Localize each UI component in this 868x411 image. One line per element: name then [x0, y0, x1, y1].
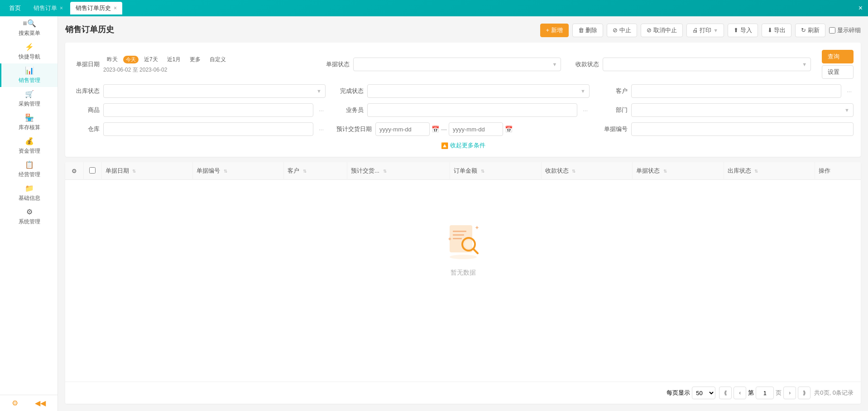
display-cols-checkbox[interactable] — [829, 27, 835, 34]
th-customer-label: 客户 — [288, 167, 299, 174]
delete-button[interactable]: 🗑 删除 — [572, 24, 604, 37]
page-prev-button[interactable]: ‹ — [734, 387, 746, 399]
sidebar-item-inventory-calc[interactable]: 🏪 库存核算 — [0, 111, 58, 134]
expected-date-from-cal-icon[interactable]: 📅 — [432, 126, 439, 133]
doc-status-select[interactable]: ▼ — [353, 58, 561, 71]
page-last-button[interactable]: ⟫ — [798, 387, 810, 399]
expected-date-to[interactable] — [449, 122, 503, 136]
tab-sales-order-history[interactable]: 销售订单历史 × — [70, 2, 122, 15]
date-tab-last7[interactable]: 近7天 — [140, 55, 162, 64]
collapse-row[interactable]: 🔼 收起更多条件 — [72, 141, 854, 150]
sidebar-settings-icon[interactable]: ⚙ — [12, 399, 18, 407]
sidebar-item-search-menu[interactable]: ≡🔍 搜索菜单 — [0, 16, 58, 40]
doc-status-label: 单据状态 — [322, 60, 350, 68]
export-button[interactable]: ⬇ 导出 — [762, 24, 792, 37]
page-next-button[interactable]: › — [783, 387, 796, 399]
out-status-select[interactable]: ▼ — [103, 84, 326, 98]
tab-sales-order-history-label: 销售订单历史 — [76, 4, 111, 12]
svg-line-7 — [473, 249, 478, 253]
sidebar-basic-info-label: 基础信息 — [19, 194, 40, 202]
salesperson-more-icon[interactable]: ··· — [581, 107, 590, 114]
date-tab-yesterday[interactable]: 昨天 — [103, 55, 121, 64]
th-customer-sort-icon: ⇅ — [303, 169, 307, 174]
th-settings[interactable]: ⚙ — [65, 162, 83, 180]
expected-date-to-cal-icon[interactable]: 📅 — [505, 126, 513, 133]
cancel-stop-button[interactable]: ⊘ 取消中止 — [641, 24, 683, 37]
payment-status-select[interactable]: ▼ — [603, 58, 811, 71]
tab-home[interactable]: 首页 — [4, 2, 26, 15]
page-size-label: 每页显示 — [667, 389, 690, 397]
tab-sales-order-close[interactable]: × — [60, 5, 63, 11]
sidebar: ≡🔍 搜索菜单 ⚡ 快捷导航 📊 销售管理 🛒 采购管理 🏪 库存核算 💰 资金… — [0, 16, 58, 411]
customer-label: 客户 — [600, 87, 628, 95]
page-input[interactable] — [756, 387, 774, 399]
date-tab-more[interactable]: 更多 — [186, 55, 204, 64]
import-button[interactable]: ⬆ 导入 — [728, 24, 758, 37]
sidebar-item-purchase-mgmt[interactable]: 🛒 采购管理 — [0, 87, 58, 111]
stop-button[interactable]: ⊘ 中止 — [607, 24, 637, 37]
date-separator: — — [441, 126, 447, 133]
settings-button[interactable]: 设置 — [822, 65, 854, 79]
th-doc-date[interactable]: 单据日期 ⇅ — [101, 162, 192, 180]
sidebar-inventory-calc-label: 库存核算 — [19, 124, 40, 131]
th-doc-status[interactable]: 单据状态 ⇅ — [633, 162, 724, 180]
sidebar-item-operations-mgmt[interactable]: 📋 经营管理 — [0, 158, 58, 181]
warehouse-more-icon[interactable]: ··· — [317, 126, 326, 133]
page-size-select: 每页显示 10 20 50 100 — [667, 387, 715, 399]
th-customer[interactable]: 客户 ⇅ — [284, 162, 347, 180]
complete-status-select[interactable]: ▼ — [367, 84, 590, 98]
sidebar-item-fund-mgmt[interactable]: 💰 资金管理 — [0, 134, 58, 158]
pagination-bar: 每页显示 10 20 50 100 ⟪ ‹ 第 页 — [65, 382, 861, 404]
th-order-amount[interactable]: 订单金额 ⇅ — [450, 162, 541, 180]
fund-mgmt-icon: 💰 — [25, 137, 34, 145]
payment-status-label: 收款状态 — [572, 60, 599, 68]
page-first-button[interactable]: ⟪ — [719, 387, 732, 399]
th-expected-date[interactable]: 预计交货... ⇅ — [347, 162, 450, 180]
sidebar-item-system-mgmt[interactable]: ⚙ 系统管理 — [0, 205, 58, 228]
filter-doc-status: 单据状态 ▼ — [322, 58, 561, 71]
filter-salesperson: 业务员 ··· — [336, 103, 590, 117]
page-size-dropdown[interactable]: 10 20 50 100 — [692, 387, 715, 399]
out-status-label: 出库状态 — [72, 87, 100, 95]
refresh-button[interactable]: ↻ 刷新 — [795, 24, 825, 37]
print-button[interactable]: 🖨 打印 ▼ — [686, 24, 724, 37]
sidebar-item-quick-nav[interactable]: ⚡ 快捷导航 — [0, 40, 58, 63]
warehouse-input[interactable] — [103, 122, 313, 136]
new-button[interactable]: + 新增 — [540, 24, 569, 37]
sidebar-item-sales-mgmt[interactable]: 📊 销售管理 — [0, 63, 58, 87]
expected-date-from[interactable] — [375, 122, 430, 136]
tab-sales-order[interactable]: 销售订单 × — [28, 2, 68, 15]
customer-more-icon[interactable]: ··· — [845, 88, 854, 95]
sidebar-item-basic-info[interactable]: 📁 基础信息 — [0, 181, 58, 205]
doc-number-input[interactable] — [631, 122, 854, 136]
th-out-status[interactable]: 出库状态 ⇅ — [724, 162, 815, 180]
goods-more-icon[interactable]: ··· — [317, 107, 326, 114]
filter-doc-number: 单据编号 — [600, 122, 854, 136]
out-status-dropdown-icon: ▼ — [317, 88, 321, 94]
customer-input[interactable] — [631, 84, 841, 98]
toolbar: + 新增 🗑 删除 ⊘ 中止 ⊘ 取消中止 🖨 打印 ▼ ⬆ 导入 ⬇ 导出 ↻… — [540, 24, 861, 37]
display-cols-checkbox-label[interactable]: 显示碎细 — [829, 26, 861, 34]
th-out-status-label: 出库状态 — [728, 167, 751, 174]
dept-select[interactable]: ▼ — [631, 103, 854, 117]
th-payment-status[interactable]: 收款状态 ⇅ — [541, 162, 632, 180]
select-all-checkbox[interactable] — [89, 167, 96, 174]
th-checkbox[interactable] — [83, 162, 101, 180]
date-tab-last1m[interactable]: 近1月 — [163, 55, 185, 64]
sales-mgmt-icon: 📊 — [25, 66, 34, 75]
tab-sales-order-history-close[interactable]: × — [114, 5, 117, 11]
date-tab-custom[interactable]: 自定义 — [206, 55, 230, 64]
query-button[interactable]: 查询 — [822, 50, 854, 63]
salesperson-input[interactable] — [367, 103, 577, 117]
main-layout: ≡🔍 搜索菜单 ⚡ 快捷导航 📊 销售管理 🛒 采购管理 🏪 库存核算 💰 资金… — [0, 16, 868, 411]
th-doc-number[interactable]: 单据编号 ⇅ — [192, 162, 283, 180]
table-settings-icon[interactable]: ⚙ — [72, 168, 77, 174]
filter-warehouse: 仓库 ··· — [72, 122, 326, 136]
window-close-button[interactable]: × — [857, 4, 864, 12]
date-tab-today[interactable]: 今天 — [123, 56, 139, 63]
goods-input[interactable] — [103, 103, 313, 117]
sidebar-collapse-icon[interactable]: ◀◀ — [35, 399, 46, 407]
empty-text: 暂无数据 — [451, 269, 476, 277]
page-nav: ⟪ ‹ 第 页 › ⟫ — [719, 387, 810, 399]
search-menu-icon: ≡🔍 — [23, 19, 36, 28]
